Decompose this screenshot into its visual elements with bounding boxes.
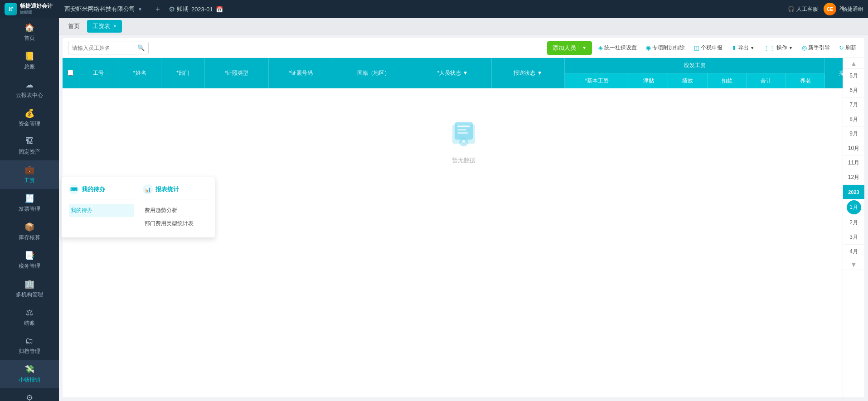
refresh-icon: ↻: [839, 44, 844, 51]
th-checkbox[interactable]: [63, 58, 79, 88]
add-button[interactable]: ＋: [152, 4, 163, 15]
th-job-no: 工号: [79, 58, 118, 88]
tab-home-label: 首页: [68, 22, 80, 30]
month-8[interactable]: 8月: [843, 112, 864, 127]
archive-icon: 🗂: [25, 336, 34, 346]
avatar: CE: [824, 3, 836, 15]
svg-rect-4: [457, 132, 468, 134]
special-deduct-label: 专项附加扣除: [652, 44, 685, 52]
basic-icon: ⚙: [26, 393, 33, 401]
sidebar-item-tax[interactable]: 📑 税务管理: [0, 246, 59, 275]
month-11[interactable]: 11月: [843, 156, 864, 170]
th-pension: 养老: [786, 73, 824, 89]
sidebar-label-cloud: 云报表中心: [16, 92, 43, 99]
new-guide-label: 新手引导: [808, 44, 830, 52]
new-guide-action[interactable]: ◎ 新手引导: [799, 44, 833, 52]
special-deduct-action[interactable]: ◉ 专项附加扣除: [643, 44, 688, 52]
xiaochang-icon: 💸: [24, 364, 34, 374]
tab-close-icon[interactable]: ✕: [113, 24, 116, 29]
sidebar-item-basic[interactable]: ⚙ 基础设置: [0, 388, 59, 401]
sidebar-item-fund[interactable]: 💰 资金管理: [0, 104, 59, 132]
th-person-status: *人员状态 ▼: [414, 58, 491, 88]
tab-salary-label: 工资表: [92, 22, 110, 30]
month-12[interactable]: 12月: [843, 170, 864, 185]
settle-icon: ⚖: [26, 308, 33, 318]
sidebar-label-fund: 资金管理: [19, 120, 40, 128]
tax-report-action[interactable]: ◫ 个税申报: [691, 44, 725, 52]
settings-icon[interactable]: ⚙: [167, 4, 177, 14]
calendar-icon[interactable]: 📅: [216, 6, 223, 13]
dropdown-col-pending: ⌨ 我的待办 我的待办: [69, 184, 134, 230]
month-5[interactable]: 5月: [843, 69, 864, 83]
report-col-title: 报表统计: [155, 185, 179, 193]
month-3[interactable]: 3月: [843, 230, 864, 245]
sidebar-label-archive: 归档管理: [19, 348, 40, 355]
sidebar-item-ledger[interactable]: 📒 总账: [0, 47, 59, 75]
sidebar-item-xiaochang[interactable]: 💸 小畅报销: [0, 360, 59, 388]
sidebar-label-xiaochang: 小畅报销: [19, 376, 40, 384]
svg-rect-2: [457, 126, 470, 127]
month-1[interactable]: 1月: [847, 200, 861, 215]
tab-home[interactable]: 首页: [63, 20, 85, 33]
month-2[interactable]: 2月: [843, 216, 864, 230]
pending-col-icon: ⌨: [69, 184, 79, 194]
search-wrap: 🔍: [68, 42, 149, 54]
report-col-icon: 📊: [143, 184, 153, 194]
salary-table: 工号 *姓名 *部门 *证照类型 *证照号码 国籍（地区） *人员状态 ▼ 报送…: [63, 58, 864, 88]
select-all-checkbox[interactable]: [68, 70, 73, 76]
sidebar-item-inventory[interactable]: 📦 库存核算: [0, 217, 59, 246]
customer-service-button[interactable]: 🎧 人工客服: [788, 5, 818, 13]
operation-label: 操作: [776, 44, 787, 52]
home-icon: 🏠: [24, 23, 34, 33]
month-7[interactable]: 7月: [843, 98, 864, 112]
invoice-icon: 🧾: [24, 193, 34, 203]
dropdown-cols: ⌨ 我的待办 我的待办 📊 报表统计 费用趋势分析 部门费用类型统计表: [69, 184, 208, 230]
company-selector[interactable]: 西安虾米网络科技有限公司 ▼: [59, 5, 148, 13]
dropdown-item-cost-trend[interactable]: 费用趋势分析: [143, 204, 208, 217]
th-total: 合计: [747, 73, 786, 89]
tab-bar: 首页 工资表 ✕ ✕: [59, 18, 868, 34]
export-dropdown-icon: ▼: [750, 46, 754, 50]
month-up-button[interactable]: ▲: [843, 58, 864, 69]
operation-dropdown-icon: ▼: [789, 46, 793, 50]
sidebar-item-archive[interactable]: 🗂 归档管理: [0, 332, 59, 360]
tax-report-label: 个税申报: [701, 44, 723, 52]
tab-salary-sheet[interactable]: 工资表 ✕: [87, 20, 122, 33]
sidebar: 🏠 首页 📒 总账 ☁ 云报表中心 💰 资金管理 🏗 固定资产 💼 工资 🧾 发…: [0, 18, 59, 401]
sidebar-item-salary[interactable]: 💼 工资: [0, 160, 59, 189]
company-name: 西安虾米网络科技有限公司: [64, 5, 135, 13]
month-6[interactable]: 6月: [843, 83, 864, 98]
search-input[interactable]: [72, 45, 136, 51]
sidebar-item-home[interactable]: 🏠 首页: [0, 18, 59, 47]
th-dept: *部门: [161, 58, 204, 88]
social-security-icon: ◈: [598, 44, 603, 51]
period-info: 账期 2023-01 📅: [177, 5, 223, 13]
sidebar-label-multi: 多机构管理: [16, 291, 43, 299]
sidebar-item-settle[interactable]: ⚖ 结账: [0, 303, 59, 332]
month-9[interactable]: 9月: [843, 127, 864, 141]
dropdown-item-my-pending[interactable]: 我的待办: [69, 204, 134, 217]
sidebar-item-asset[interactable]: 🏗 固定资产: [0, 132, 59, 160]
dropdown-popup: ⌨ 我的待办 我的待办 📊 报表统计 费用趋势分析 部门费用类型统计表: [61, 177, 215, 238]
report-col-header: 📊 报表统计: [143, 184, 208, 199]
search-icon: 🔍: [137, 44, 145, 51]
month-4[interactable]: 4月: [843, 245, 864, 259]
chevron-down-icon: ▼: [138, 7, 142, 12]
th-salary-group: 应发工资: [565, 58, 825, 73]
th-name: *姓名: [118, 58, 161, 88]
add-person-button[interactable]: 添加人员 ▼: [547, 41, 592, 55]
sidebar-item-invoice[interactable]: 🧾 发票管理: [0, 189, 59, 217]
add-dropdown-arrow[interactable]: ▼: [578, 45, 587, 50]
sidebar-item-cloud[interactable]: ☁ 云报表中心: [0, 75, 59, 104]
sidebar-item-multi[interactable]: 🏢 多机构管理: [0, 275, 59, 303]
refresh-action[interactable]: ↻ 刷新: [836, 44, 859, 52]
month-10[interactable]: 10月: [843, 141, 864, 156]
operation-action[interactable]: ⋮⋮ 操作 ▼: [761, 44, 795, 52]
app-logo-icon: 好: [5, 3, 17, 15]
export-action[interactable]: ⬆ 导出 ▼: [729, 44, 757, 52]
sidebar-label-tax: 税务管理: [19, 262, 40, 270]
export-icon: ⬆: [732, 44, 737, 51]
month-down-button[interactable]: ▼: [843, 259, 864, 270]
dropdown-item-dept-cost[interactable]: 部门费用类型统计表: [143, 217, 208, 230]
social-security-action[interactable]: ◈ 统一社保设置: [596, 44, 640, 52]
